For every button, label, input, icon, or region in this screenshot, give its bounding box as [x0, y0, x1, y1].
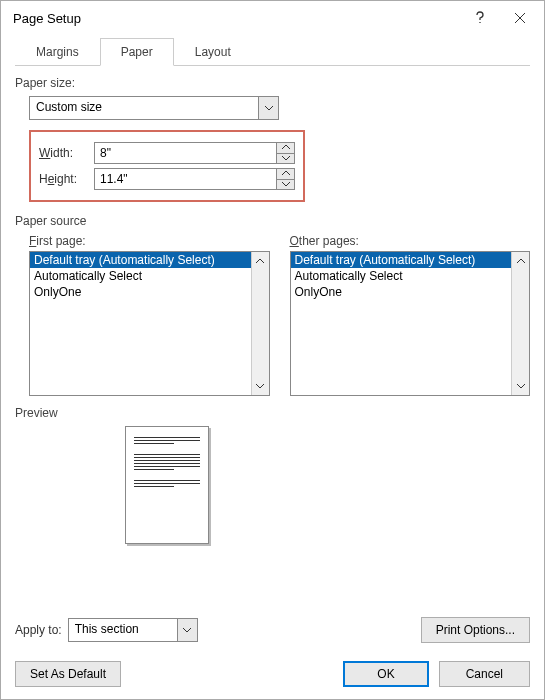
preview-page-icon: [125, 426, 209, 544]
spinner-up-icon: [277, 169, 294, 180]
apply-to-label: Apply to:: [15, 623, 62, 637]
width-height-group: Width: Height:: [29, 130, 305, 202]
width-spinner[interactable]: [277, 142, 295, 164]
scroll-down-icon: [512, 377, 529, 395]
height-input[interactable]: [94, 168, 277, 190]
preview-canvas: [125, 426, 315, 556]
list-item[interactable]: OnlyOne: [291, 284, 512, 300]
close-button[interactable]: [500, 3, 540, 33]
list-item[interactable]: Automatically Select: [291, 268, 512, 284]
paper-size-combo[interactable]: Custom size: [29, 96, 279, 120]
print-options-button[interactable]: Print Options...: [421, 617, 530, 643]
other-pages-label: Other pages:: [290, 234, 531, 248]
first-page-label: First page:: [29, 234, 270, 248]
tab-strip: Margins Paper Layout: [15, 37, 530, 66]
width-input[interactable]: [94, 142, 277, 164]
tab-layout[interactable]: Layout: [174, 38, 252, 66]
page-setup-dialog: Page Setup Margins Paper Layout Paper si…: [0, 0, 545, 700]
height-spinner[interactable]: [277, 168, 295, 190]
list-item[interactable]: Default tray (Automatically Select): [291, 252, 512, 268]
set-as-default-button[interactable]: Set As Default: [15, 661, 121, 687]
tab-paper[interactable]: Paper: [100, 38, 174, 66]
chevron-down-icon: [177, 619, 197, 641]
spinner-up-icon: [277, 143, 294, 154]
scrollbar[interactable]: [511, 252, 529, 395]
list-item[interactable]: Default tray (Automatically Select): [30, 252, 251, 268]
apply-to-combo[interactable]: This section: [68, 618, 198, 642]
tab-margins[interactable]: Margins: [15, 38, 100, 66]
help-button[interactable]: [460, 3, 500, 33]
preview-label: Preview: [15, 406, 530, 420]
chevron-down-icon: [258, 97, 278, 119]
paper-source-label: Paper source: [15, 214, 530, 228]
first-page-listbox[interactable]: Default tray (Automatically Select) Auto…: [29, 251, 270, 396]
dialog-footer: Set As Default OK Cancel: [1, 653, 544, 699]
list-item[interactable]: OnlyOne: [30, 284, 251, 300]
height-label: Height:: [39, 172, 94, 186]
scrollbar[interactable]: [251, 252, 269, 395]
cancel-button[interactable]: Cancel: [439, 661, 530, 687]
other-pages-listbox[interactable]: Default tray (Automatically Select) Auto…: [290, 251, 531, 396]
paper-size-label: Paper size:: [15, 76, 530, 90]
dialog-content: Margins Paper Layout Paper size: Custom …: [1, 35, 544, 653]
scroll-down-icon: [252, 377, 269, 395]
titlebar: Page Setup: [1, 1, 544, 35]
paper-size-value: Custom size: [30, 97, 258, 119]
dialog-title: Page Setup: [13, 11, 460, 26]
scroll-up-icon: [512, 252, 529, 270]
scroll-up-icon: [252, 252, 269, 270]
spinner-down-icon: [277, 154, 294, 164]
list-item[interactable]: Automatically Select: [30, 268, 251, 284]
width-label: Width:: [39, 146, 94, 160]
spinner-down-icon: [277, 180, 294, 190]
apply-to-value: This section: [69, 619, 177, 641]
ok-button[interactable]: OK: [343, 661, 428, 687]
